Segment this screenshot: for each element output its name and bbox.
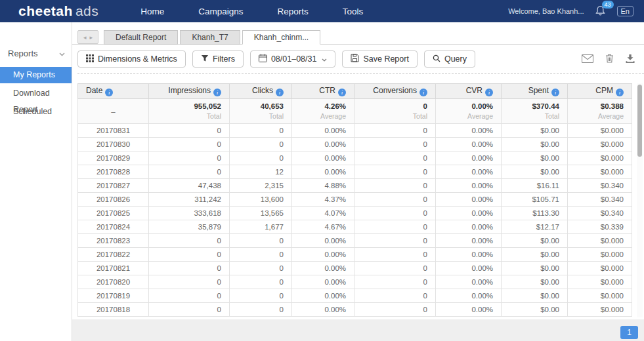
download-icon[interactable] — [626, 54, 635, 66]
info-icon[interactable] — [338, 89, 346, 96]
table-header: Date Impressions Clicks CTR Conversions … — [78, 84, 632, 99]
table-row[interactable]: 201708280120.00%00.00%$0.00$0.000 — [78, 165, 632, 179]
table-cell: 0 — [354, 248, 436, 262]
date-cell: 20170820 — [78, 275, 149, 289]
table-row[interactable]: 20170818000.00%00.00%$0.00$0.000 — [78, 303, 632, 317]
table-cell: 0 — [354, 179, 436, 193]
trash-icon[interactable] — [605, 54, 614, 66]
table-cell: 0.00% — [436, 151, 502, 165]
table-cell: 311,242 — [149, 193, 230, 207]
col-header-ctr[interactable]: CTR — [292, 84, 354, 99]
table-row[interactable]: 20170829000.00%00.00%$0.00$0.000 — [78, 151, 632, 165]
info-icon[interactable] — [551, 89, 559, 96]
table-cell: $0.340 — [568, 179, 632, 193]
table-cell: 0.00% — [436, 179, 502, 193]
summary-date-cell: – — [78, 99, 149, 124]
sidebar-section-reports[interactable]: Reports — [0, 49, 72, 58]
sidebar-item-download-report[interactable]: Download Report — [0, 85, 72, 102]
scrollbar-thumb[interactable] — [637, 85, 642, 157]
query-label: Query — [444, 54, 467, 64]
col-header-cvr[interactable]: CVR — [436, 84, 502, 99]
col-header-cpm[interactable]: CPM — [568, 84, 632, 99]
tab-khanh-chinm[interactable]: Khanh_chinm... — [242, 30, 320, 45]
table-cell: $0.00 — [502, 151, 568, 165]
sidebar-item-scheduled[interactable]: Scheduled — [0, 104, 72, 120]
table-cell: $0.000 — [568, 275, 632, 289]
table-row[interactable]: 20170831000.00%00.00%$0.00$0.000 — [78, 124, 632, 138]
welcome-text[interactable]: Welcome, Bao Khanh... — [508, 7, 584, 15]
table-cell: 0 — [230, 303, 292, 317]
table-row[interactable]: 2017082747,4382,3154.88%00.00%$16.11$0.3… — [78, 179, 632, 193]
table-cell: $0.00 — [502, 138, 568, 151]
info-icon[interactable] — [213, 89, 221, 96]
table-cell: 0 — [354, 124, 436, 138]
mail-icon[interactable] — [582, 54, 593, 66]
nav-item-home[interactable]: Home — [140, 7, 164, 16]
table-cell: 0 — [149, 124, 230, 138]
col-header-clicks[interactable]: Clicks — [230, 84, 292, 99]
filters-button[interactable]: Filters — [192, 50, 244, 68]
table-cell: $0.000 — [568, 138, 632, 151]
table-row[interactable]: 20170830000.00%00.00%$0.00$0.000 — [78, 138, 632, 151]
filters-label: Filters — [213, 54, 235, 64]
nav-item-tools[interactable]: Tools — [343, 7, 364, 16]
pagination-page-1[interactable]: 1 — [620, 326, 638, 339]
table-row[interactable]: 20170823000.00%00.00%$0.00$0.000 — [78, 234, 632, 248]
main-content: ◂ ▸ Default Report Khanh_T7 Khanh_chinm.… — [72, 22, 644, 341]
col-header-impressions[interactable]: Impressions — [149, 84, 230, 99]
table-row[interactable]: 20170826311,24213,6004.37%00.00%$105.71$… — [78, 193, 632, 207]
table-cell: 0.00% — [436, 248, 502, 262]
sidebar: Reports My Reports Download Report Sched… — [0, 22, 72, 341]
info-icon[interactable] — [276, 89, 284, 96]
table-scrollbar[interactable] — [637, 83, 643, 317]
info-icon[interactable] — [105, 89, 113, 96]
nav-item-reports[interactable]: Reports — [278, 7, 309, 16]
table-row[interactable]: 20170825333,61813,5654.07%00.00%$113.30$… — [78, 207, 632, 220]
nav-item-campaigns[interactable]: Campaigns — [198, 7, 243, 16]
dashed-divider — [77, 73, 644, 74]
save-report-label: Save Report — [363, 54, 408, 64]
table-row[interactable]: 20170820000.00%00.00%$0.00$0.000 — [78, 275, 632, 289]
table-cell: 2,315 — [230, 179, 292, 193]
table-cell: $0.00 — [502, 165, 568, 179]
table-row[interactable]: 20170819000.00%00.00%$0.00$0.000 — [78, 289, 632, 303]
table-cell: $0.00 — [502, 124, 568, 138]
tab-khanh-t7[interactable]: Khanh_T7 — [180, 30, 240, 45]
notification-badge: 43 — [602, 1, 614, 9]
save-report-button[interactable]: Save Report — [342, 50, 417, 68]
brand-logo[interactable]: cheetahads — [18, 3, 98, 19]
tab-default-report[interactable]: Default Report — [104, 30, 178, 45]
table-row[interactable]: 20170821000.00%00.00%$0.00$0.000 — [78, 262, 632, 275]
table-cell: $0.00 — [502, 262, 568, 275]
tab-scroll-arrows[interactable]: ◂ ▸ — [77, 30, 98, 44]
col-header-spent[interactable]: Spent — [502, 84, 568, 99]
table-cell: $0.000 — [568, 151, 632, 165]
sidebar-section-label: Reports — [8, 49, 38, 58]
table-cell: 0 — [149, 151, 230, 165]
sidebar-item-my-reports[interactable]: My Reports — [0, 67, 72, 83]
info-icon[interactable] — [419, 89, 427, 96]
notifications-button[interactable]: 43 — [595, 5, 607, 17]
table-cell: 0.00% — [292, 248, 354, 262]
date-range-label: 08/01–08/31 — [271, 54, 317, 64]
table-row[interactable]: 20170822000.00%00.00%$0.00$0.000 — [78, 248, 632, 262]
table-cell: 0 — [149, 248, 230, 262]
col-header-conversions[interactable]: Conversions — [354, 84, 436, 99]
table-cell: 0 — [354, 207, 436, 220]
dimensions-metrics-button[interactable]: Dimensions & Metrics — [77, 50, 186, 68]
date-range-button[interactable]: 08/01–08/31 — [250, 50, 336, 68]
table-cell: 4.67% — [292, 220, 354, 234]
tab-scroll-right-icon[interactable]: ▸ — [90, 34, 93, 41]
info-icon[interactable] — [616, 89, 624, 96]
col-header-date[interactable]: Date — [78, 84, 149, 99]
table-cell: $0.00 — [502, 234, 568, 248]
table-cell: 0.00% — [292, 165, 354, 179]
funnel-icon — [201, 54, 209, 64]
tab-scroll-left-icon[interactable]: ◂ — [83, 34, 87, 41]
language-selector[interactable]: En — [617, 6, 633, 16]
query-button[interactable]: Query — [424, 50, 475, 68]
table-cell: 333,618 — [149, 207, 230, 220]
table-cell: 0 — [149, 138, 230, 151]
table-row[interactable]: 2017082435,8791,6774.67%00.00%$12.17$0.3… — [78, 220, 632, 234]
info-icon[interactable] — [485, 89, 493, 96]
